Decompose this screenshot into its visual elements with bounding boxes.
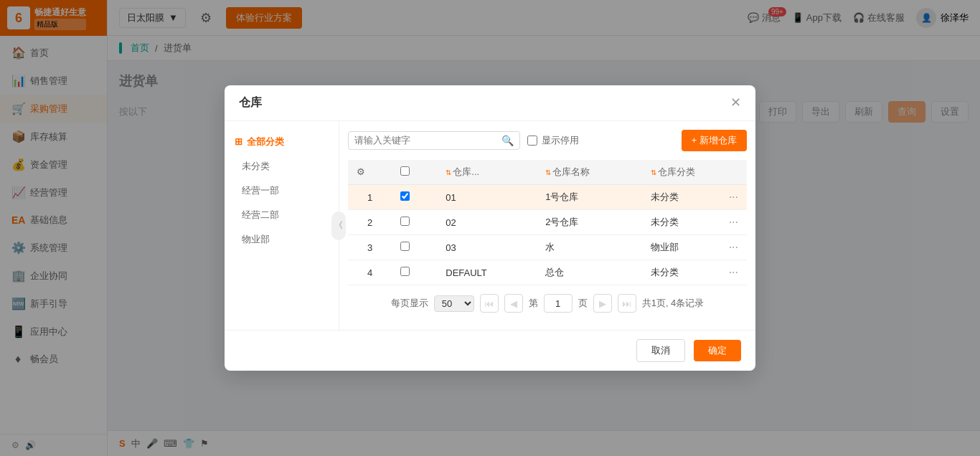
row-name: 水 (537, 235, 641, 260)
prev-page-button[interactable]: ◀ (504, 294, 523, 313)
cat-unclassified[interactable]: 未分类 (225, 154, 339, 179)
per-page-select[interactable]: 50 100 (434, 295, 474, 312)
dialog-close-button[interactable]: ✕ (730, 96, 741, 109)
row-category: 未分类··· (642, 260, 747, 285)
show-disabled-checkbox[interactable] (527, 136, 537, 146)
search-input[interactable] (354, 135, 501, 146)
dialog-footer: 取消 确定 (225, 330, 755, 371)
cat-dept1[interactable]: 经营一部 (225, 179, 339, 203)
warehouse-table: ⚙ ⇅仓库... ⇅仓库名称 ⇅仓库分类 (348, 160, 747, 286)
row-code: 03 (437, 235, 537, 260)
sort-icon-name: ⇅ (545, 168, 551, 176)
pagination: 每页显示 50 100 ⏮ ◀ 第 页 ▶ ⏭ 共1页, 4条记录 (348, 285, 747, 321)
page-number-input[interactable] (544, 294, 573, 313)
col-name[interactable]: ⇅仓库名称 (537, 160, 641, 185)
cancel-button[interactable]: 取消 (636, 339, 685, 362)
table-row[interactable]: 3 03 水 物业部··· (348, 235, 747, 260)
row-category: 未分类··· (642, 185, 747, 210)
row-select-checkbox[interactable] (400, 267, 410, 276)
row-select-checkbox[interactable] (400, 191, 410, 201)
search-icon[interactable]: 🔍 (501, 135, 514, 146)
category-sidebar: ⊞ 全部分类 未分类 经营一部 经营二部 物业部 《 (225, 121, 339, 331)
row-select-checkbox[interactable] (400, 242, 410, 251)
cat-dept2[interactable]: 经营二部 (225, 203, 339, 227)
sort-icon: ⇅ (446, 168, 451, 176)
row-num: 2 (348, 210, 392, 235)
show-disabled-option: 显示停用 (527, 134, 579, 147)
row-name: 2号仓库 (537, 210, 641, 235)
row-actions-icon[interactable]: ··· (729, 266, 738, 279)
row-select-checkbox[interactable] (400, 217, 410, 226)
col-code[interactable]: ⇅仓库... (437, 160, 537, 185)
confirm-button[interactable]: 确定 (694, 340, 741, 361)
select-all-checkbox[interactable] (400, 166, 410, 176)
dialog-header: 仓库 ✕ (225, 85, 755, 121)
row-num: 4 (348, 260, 392, 285)
first-page-button[interactable]: ⏮ (480, 294, 499, 313)
row-code: DEFAULT (437, 260, 537, 285)
row-name: 总仓 (537, 260, 641, 285)
row-actions-icon[interactable]: ··· (729, 241, 738, 254)
row-actions-icon[interactable]: ··· (729, 216, 738, 229)
dialog-body: ⊞ 全部分类 未分类 经营一部 经营二部 物业部 《 🔍 (225, 121, 755, 331)
show-disabled-label: 显示停用 (542, 134, 579, 147)
page-unit: 页 (578, 297, 588, 310)
dialog-right-panel: 🔍 显示停用 + 新增仓库 ⚙ (339, 121, 755, 331)
all-categories-item[interactable]: ⊞ 全部分类 (225, 130, 339, 154)
col-settings: ⚙ (348, 160, 392, 185)
row-category: 未分类··· (642, 210, 747, 235)
warehouse-dialog: 仓库 ✕ ⊞ 全部分类 未分类 经营一部 经营二部 物业部 《 (225, 85, 755, 371)
table-container: ⚙ ⇅仓库... ⇅仓库名称 ⇅仓库分类 (348, 160, 747, 286)
dialog-title: 仓库 (239, 95, 262, 110)
row-checkbox[interactable] (392, 210, 437, 235)
page-label: 第 (529, 297, 538, 310)
last-page-button[interactable]: ⏭ (618, 294, 636, 313)
cat-property[interactable]: 物业部 (225, 227, 339, 252)
row-actions-icon[interactable]: ··· (729, 191, 738, 204)
all-categories-label: 全部分类 (247, 136, 284, 148)
row-code: 01 (437, 184, 537, 210)
row-checkbox[interactable] (392, 184, 437, 210)
col-checkbox-header (392, 160, 437, 185)
row-code: 02 (437, 210, 537, 235)
sort-icon-cat: ⇅ (651, 168, 656, 176)
col-category[interactable]: ⇅仓库分类 (642, 160, 747, 185)
modal-overlay: 仓库 ✕ ⊞ 全部分类 未分类 经营一部 经营二部 物业部 《 (0, 0, 980, 456)
search-box: 🔍 (348, 131, 520, 150)
grid-icon: ⊞ (235, 136, 242, 147)
table-row[interactable]: 1 01 1号仓库 未分类··· (348, 184, 747, 210)
search-toolbar: 🔍 显示停用 + 新增仓库 (348, 130, 747, 151)
row-checkbox[interactable] (392, 260, 437, 285)
row-checkbox[interactable] (392, 235, 437, 260)
total-info: 共1页, 4条记录 (642, 297, 705, 310)
table-row[interactable]: 4 DEFAULT 总仓 未分类··· (348, 260, 747, 285)
row-category: 物业部··· (642, 235, 747, 260)
row-num: 1 (348, 184, 392, 210)
row-name: 1号仓库 (537, 184, 641, 210)
add-warehouse-button[interactable]: + 新增仓库 (682, 130, 747, 151)
per-page-label: 每页显示 (391, 297, 428, 310)
row-num: 3 (348, 235, 392, 260)
collapse-sidebar-button[interactable]: 《 (331, 212, 346, 240)
next-page-button[interactable]: ▶ (593, 294, 612, 313)
table-row[interactable]: 2 02 2号仓库 未分类··· (348, 210, 747, 235)
